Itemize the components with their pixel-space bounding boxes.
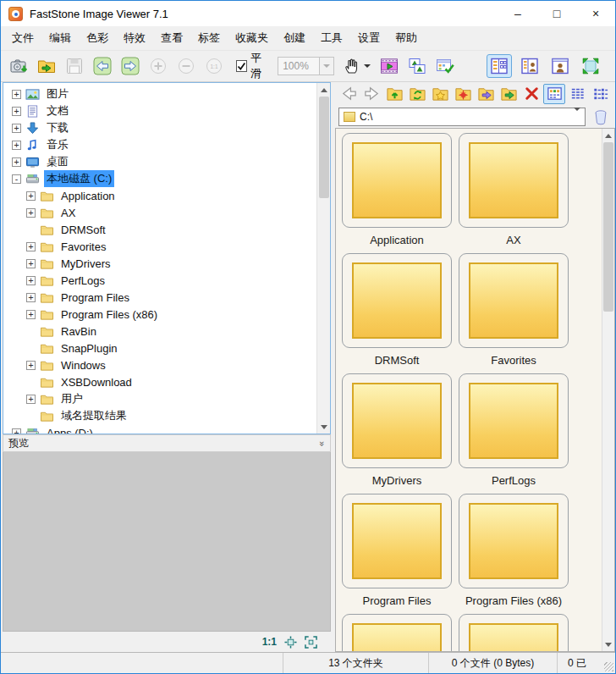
close-button[interactable]: ×: [576, 1, 615, 26]
settings-button[interactable]: [433, 54, 456, 78]
delete-button[interactable]: [520, 84, 542, 104]
acquire-camera-button[interactable]: [8, 54, 30, 78]
open-folder-button[interactable]: [36, 54, 58, 78]
menu-item[interactable]: 文件: [4, 27, 41, 49]
menu-item[interactable]: 特效: [116, 27, 153, 49]
layout-browser-button[interactable]: [487, 54, 512, 78]
minimize-button[interactable]: –: [498, 1, 537, 26]
tree-expander-icon[interactable]: +: [12, 90, 21, 99]
folder-thumbnail[interactable]: AX: [459, 133, 569, 251]
next-image-button[interactable]: [119, 54, 142, 78]
recycle-bin-button[interactable]: [590, 107, 612, 127]
view-list-button[interactable]: [589, 84, 611, 104]
menu-item[interactable]: 工具: [313, 27, 350, 49]
tree-item[interactable]: +Program Files (x86): [3, 306, 330, 323]
address-combobox[interactable]: C:\: [338, 108, 586, 126]
folder-thumbnail[interactable]: Program Files (x86): [459, 494, 569, 612]
folder-card[interactable]: [342, 494, 452, 588]
scroll-down-icon[interactable]: [602, 638, 615, 651]
folder-card[interactable]: [459, 614, 569, 652]
expand-preview-icon[interactable]: [305, 636, 317, 649]
scroll-down-icon[interactable]: [317, 420, 331, 434]
folder-thumbnail[interactable]: DRMSoft: [342, 253, 452, 372]
tree-expander-icon[interactable]: +: [12, 124, 21, 133]
tree-expander-icon[interactable]: +: [26, 361, 36, 370]
menu-item[interactable]: 设置: [350, 27, 388, 49]
zoom-dropdown-button[interactable]: [320, 57, 334, 75]
resize-grip[interactable]: [604, 662, 613, 671]
tree-expander-icon[interactable]: +: [26, 208, 36, 218]
folder-thumbnail[interactable]: Favorites: [459, 253, 569, 372]
tree-expander-icon[interactable]: +: [26, 395, 36, 404]
tree-item[interactable]: +下载: [3, 119, 330, 136]
menu-item[interactable]: 色彩: [79, 27, 116, 49]
up-folder-button[interactable]: [383, 84, 405, 104]
tree-item[interactable]: -本地磁盘 (C:): [3, 170, 330, 187]
tree-expander-icon[interactable]: +: [12, 141, 21, 150]
address-dropdown-icon[interactable]: [574, 111, 580, 123]
tree-item[interactable]: +MyDrivers: [3, 255, 330, 272]
layout-viewer-thumbs-button[interactable]: [517, 54, 542, 78]
tree-item[interactable]: +Windows: [3, 356, 330, 373]
layout-fullwindow-button[interactable]: [547, 54, 573, 78]
tree-item[interactable]: +Application: [3, 187, 330, 204]
preview-collapse-icon[interactable]: »: [317, 440, 327, 445]
hand-tool-caret-icon[interactable]: [364, 64, 371, 68]
folder-thumbnail[interactable]: Application: [342, 133, 452, 251]
scroll-up-icon[interactable]: [317, 83, 331, 97]
folder-thumbnail[interactable]: PerfLogs: [459, 373, 569, 492]
fullscreen-button[interactable]: [578, 54, 603, 78]
view-thumbnails-button[interactable]: [543, 84, 565, 104]
fit-window-icon[interactable]: [284, 636, 297, 649]
tree-expander-icon[interactable]: +: [12, 157, 21, 167]
menu-item[interactable]: 查看: [153, 27, 190, 49]
app-logo-icon[interactable]: [8, 7, 23, 21]
actual-size-button[interactable]: 1:1: [203, 54, 226, 78]
folder-thumbnail[interactable]: Program Files: [342, 494, 452, 612]
folder-card[interactable]: [459, 494, 569, 588]
tree-expander-icon[interactable]: +: [12, 428, 21, 435]
tree-item[interactable]: +用户: [3, 390, 330, 407]
folder-card[interactable]: [459, 253, 569, 348]
folder-card[interactable]: [342, 253, 452, 348]
tree-item[interactable]: RavBin: [3, 323, 330, 340]
folder-card[interactable]: [459, 133, 569, 228]
folder-card[interactable]: [342, 373, 452, 468]
forward-button[interactable]: [360, 84, 382, 104]
slideshow-button[interactable]: [377, 54, 400, 78]
scroll-up-icon[interactable]: [602, 129, 615, 142]
browser-scrollbar[interactable]: [602, 129, 614, 651]
tree-item[interactable]: +Program Files: [3, 289, 330, 306]
tree-item[interactable]: +音乐: [3, 136, 330, 153]
favorites-folder-button[interactable]: [429, 84, 451, 104]
move-to-folder-button[interactable]: [475, 84, 497, 104]
menu-item[interactable]: 编辑: [41, 27, 79, 49]
folder-thumbnail[interactable]: MyDrivers: [342, 373, 452, 492]
menu-item[interactable]: 帮助: [388, 27, 425, 49]
tree-expander-icon[interactable]: +: [26, 276, 36, 285]
new-folder-button[interactable]: [452, 84, 474, 104]
folder-thumbnail-partial[interactable]: [342, 614, 452, 652]
folder-card[interactable]: [459, 373, 569, 468]
tree-expander-icon[interactable]: +: [26, 242, 36, 251]
view-details-button[interactable]: [566, 84, 588, 104]
tree-expander-icon[interactable]: +: [12, 107, 21, 116]
browser-scrollbar-thumb[interactable]: [603, 142, 613, 312]
tree-scrollbar[interactable]: [316, 83, 330, 434]
tree-item[interactable]: +桌面: [3, 153, 330, 170]
zoom-in-button[interactable]: [147, 54, 170, 78]
refresh-folder-button[interactable]: [406, 84, 428, 104]
folder-card[interactable]: [342, 614, 452, 652]
hand-tool-button[interactable]: [343, 57, 371, 75]
tree-expander-icon[interactable]: +: [26, 310, 36, 319]
tree-item[interactable]: XSBDownload: [3, 373, 330, 390]
tree-item[interactable]: 域名提取结果: [3, 407, 330, 424]
menu-item[interactable]: 收藏夹: [228, 27, 276, 49]
tree-scrollbar-thumb[interactable]: [319, 97, 329, 198]
previous-image-button[interactable]: [91, 54, 114, 78]
back-button[interactable]: [338, 84, 360, 104]
tree-item[interactable]: SnapPlugin: [3, 340, 330, 356]
tree-item[interactable]: +文档: [3, 102, 330, 119]
tree-item[interactable]: DRMSoft: [3, 221, 330, 238]
tree-expander-icon[interactable]: -: [12, 174, 21, 184]
